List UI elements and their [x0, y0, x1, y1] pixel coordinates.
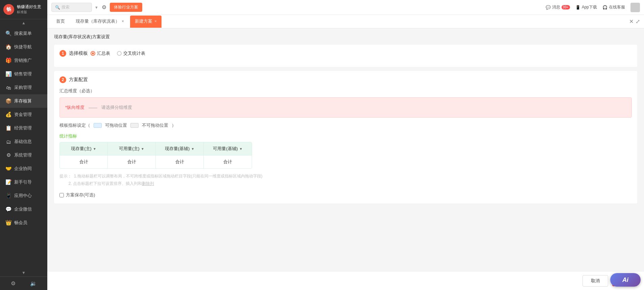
radio-summary[interactable]: 汇总表	[91, 50, 110, 56]
stats-th-col4[interactable]: 可用量(基辅) ▼	[204, 142, 252, 155]
enterprise-icon: 🤝	[5, 166, 11, 172]
template-radio-group: 汇总表 交叉统计表	[91, 50, 145, 56]
sidebar-item-operations[interactable]: 📋 经营管理	[0, 121, 47, 135]
sidebar-item-quick-nav[interactable]: 🏠 快捷导航	[0, 40, 47, 54]
app-download-item[interactable]: 📱 App下载	[575, 4, 597, 10]
sidebar-item-app-center[interactable]: 📱 应用中心	[0, 189, 47, 202]
tab-expand-btn[interactable]: ⤢	[636, 18, 640, 25]
message-icon: 💬	[546, 5, 551, 10]
radio-cross-dot	[117, 51, 122, 56]
sidebar-item-member[interactable]: 👑 畅会员	[0, 216, 47, 229]
summary-dimension-label: 汇总维度（必选）	[59, 88, 632, 94]
tab-inventory-status-label: 现存量（库存状况表）	[76, 18, 120, 24]
stats-table-data-row: 合计 合计 合计 合计	[60, 155, 252, 168]
footer-actions: 取消 查询	[47, 271, 644, 290]
col1-chevron-icon: ▼	[93, 147, 96, 151]
save-area: 方案保存(可选)	[59, 187, 632, 198]
section2-header: 2 方案配置	[59, 76, 632, 83]
tab-new-plan[interactable]: 新建方案 ×	[130, 16, 162, 28]
dimension-required-label: *纵向维度	[65, 104, 84, 111]
logo-icon: 畅	[3, 4, 14, 15]
template-setting-prefix: 模板指标设定（	[59, 122, 90, 128]
basic-info-icon: 🗂	[5, 139, 11, 145]
sidebar-item-system[interactable]: ⚙ 系统管理	[0, 148, 47, 162]
ai-assistant-button[interactable]: Ai	[610, 273, 641, 287]
sidebar-scroll-down[interactable]: ▼	[0, 269, 47, 276]
purchase-icon: 🛍	[5, 84, 11, 91]
quick-nav-icon: 🏠	[5, 44, 11, 50]
search-placeholder: 搜索	[61, 4, 70, 10]
sidebar-bottom: ⚙ 🔉	[0, 276, 47, 290]
stats-table: 现存量(主) ▼ 可用量(主) ▼ 现存量(基辅) ▼ 可用量(基辅) ▼	[59, 142, 252, 169]
sidebar-item-new-guide[interactable]: 📝 新手引导	[0, 175, 47, 189]
stats-section-title: 统计指标	[59, 133, 632, 139]
marketing-icon: 🎁	[5, 57, 11, 64]
sidebar-nav: 🔍 搜索菜单 🏠 快捷导航 🎁 营销推广 📊 销售管理 🛍 采购管理 📦 库存核…	[0, 27, 47, 269]
sidebar-item-basic-info[interactable]: 🗂 基础信息	[0, 135, 47, 148]
trial-btn[interactable]: 体验行业方案	[110, 3, 142, 12]
radio-cross[interactable]: 交叉统计表	[117, 50, 145, 56]
stats-th-col3[interactable]: 现存量(基辅) ▼	[156, 142, 204, 155]
template-setting-row: 模板指标设定（ 可拖动位置 不可拖动位置 ）	[59, 122, 632, 128]
gear-icon[interactable]: ⚙	[101, 3, 107, 11]
col4-chevron-icon: ▼	[239, 147, 243, 151]
cancel-button[interactable]: 取消	[583, 275, 608, 287]
col4-label: 可用量(基辅)	[213, 146, 238, 152]
sidebar-item-search-menu[interactable]: 🔍 搜索菜单	[0, 27, 47, 40]
sidebar-item-label: 资金管理	[14, 112, 32, 118]
logo-text-block: 畅赚通好生意 标准版	[17, 4, 41, 15]
new-guide-icon: 📝	[5, 179, 11, 185]
sidebar-scroll-up[interactable]: ▲	[0, 19, 47, 27]
sidebar-item-marketing[interactable]: 🎁 营销推广	[0, 54, 47, 67]
tip-1: 1.拖动标题栏可以调整布局，不可跨维度或指标区域拖动栏目字段(只能在同一维度或指…	[74, 174, 263, 178]
tip-2: 2. 点击标题栏下拉可设置排序、插入列和删除列	[59, 180, 632, 188]
section2-title: 方案配置	[69, 77, 88, 83]
tab-inventory-close-icon[interactable]: ×	[122, 19, 124, 24]
sidebar-item-enterprise-wechat[interactable]: 💬 企业微信	[0, 202, 47, 216]
topbar-arrow-icon[interactable]: ▼	[95, 5, 98, 9]
message-item[interactable]: 💬 消息 99+	[546, 4, 570, 10]
ai-label: Ai	[622, 276, 628, 284]
settings-icon[interactable]: ⚙	[11, 280, 16, 287]
tab-home-label: 首页	[56, 18, 65, 24]
sidebar-item-purchase[interactable]: 🛍 采购管理	[0, 81, 47, 94]
sidebar-item-label: 畅会员	[14, 220, 27, 226]
section-choose-template: 1 选择模板 汇总表 交叉统计表	[54, 45, 637, 67]
system-icon: ⚙	[5, 152, 11, 158]
stats-th-col2[interactable]: 可用量(主) ▼	[108, 142, 156, 155]
sidebar-item-enterprise[interactable]: 🤝 企业协同	[0, 162, 47, 175]
dimension-area[interactable]: *纵向维度 —— 请选择分组维度	[59, 97, 632, 118]
radio-summary-label: 汇总表	[97, 50, 110, 56]
tips-area: 提示： 1.拖动标题栏可以调整布局，不可跨维度或指标区域拖动栏目字段(只能在同一…	[59, 173, 632, 187]
speaker-icon[interactable]: 🔉	[30, 280, 37, 287]
sidebar-item-label: 销售管理	[14, 71, 32, 77]
app-center-icon: 📱	[5, 193, 11, 199]
search-menu-icon: 🔍	[5, 30, 11, 37]
stats-td-col1: 合计	[60, 155, 108, 168]
sidebar-item-label: 企业微信	[14, 206, 32, 212]
page-title: 现存量(库存状况表)方案设置	[54, 34, 637, 40]
online-service-item[interactable]: 🎧 在线客服	[602, 4, 625, 10]
sales-icon: 📊	[5, 71, 11, 77]
sidebar-item-inventory[interactable]: 📦 库存核算	[0, 94, 47, 108]
main-area: 🔍 搜索 ▼ ⚙ 体验行业方案 💬 消息 99+ 📱 App下载 🎧 在线客服	[47, 0, 644, 290]
sidebar-item-label: 新手引导	[14, 179, 32, 185]
col2-chevron-icon: ▼	[141, 147, 144, 151]
col3-label: 现存量(基辅)	[165, 146, 190, 152]
user-avatar[interactable]	[630, 3, 640, 12]
save-label: 方案保存(可选)	[66, 192, 95, 198]
tab-inventory-status[interactable]: 现存量（库存状况表） ×	[71, 16, 129, 28]
sidebar-item-sales[interactable]: 📊 销售管理	[0, 67, 47, 81]
tab-new-plan-close-icon[interactable]: ×	[154, 19, 157, 24]
tab-home[interactable]: 首页	[51, 16, 70, 28]
message-label: 消息	[552, 4, 560, 10]
app-download-icon: 📱	[575, 5, 580, 10]
topbar-search[interactable]: 🔍 搜索	[51, 3, 92, 12]
tab-close-all-btn[interactable]: ✕	[629, 18, 634, 25]
sidebar-item-finance[interactable]: 💰 资金管理	[0, 108, 47, 121]
dimension-dash: ——	[89, 105, 97, 110]
sidebar-item-label: 应用中心	[14, 193, 32, 199]
save-checkbox[interactable]	[59, 193, 64, 197]
stats-th-col1[interactable]: 现存量(主) ▼	[60, 142, 108, 155]
section1-number: 1	[59, 50, 66, 57]
